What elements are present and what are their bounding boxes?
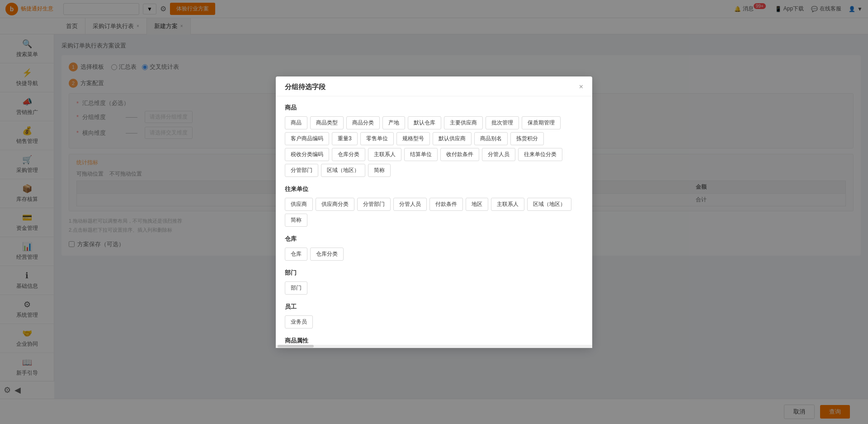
field-tag-主联系人[interactable]: 主联系人 — [368, 148, 401, 161]
field-tag-产地[interactable]: 产地 — [382, 116, 405, 129]
field-tag-主要供应商[interactable]: 主要供应商 — [444, 116, 483, 129]
field-tag-简称[interactable]: 简称 — [285, 214, 307, 227]
dialog-header: 分组待选字段 × — [276, 76, 592, 96]
dialog: 分组待选字段 × 商品商品商品类型商品分类产地默认仓库主要供应商批次管理保质期管… — [276, 76, 592, 348]
dialog-overlay: 分组待选字段 × 商品商品商品类型商品分类产地默认仓库主要供应商批次管理保质期管… — [0, 0, 868, 424]
field-tag-供应商分类[interactable]: 供应商分类 — [316, 198, 354, 211]
field-tag-商品[interactable]: 商品 — [285, 116, 307, 129]
field-section-employee: 员工业务员 — [285, 303, 583, 329]
field-tag-拣货积分[interactable]: 拣货积分 — [510, 132, 544, 145]
field-tag-区域（地区）[interactable]: 区域（地区） — [527, 198, 571, 211]
field-tag-主联系人[interactable]: 主联系人 — [491, 198, 524, 211]
dialog-close-button[interactable]: × — [579, 83, 583, 91]
field-tags-employee: 业务员 — [285, 315, 583, 329]
field-tag-批次管理[interactable]: 批次管理 — [486, 116, 519, 129]
dialog-horizontal-scrollbar[interactable] — [276, 345, 592, 348]
field-tag-分管人员[interactable]: 分管人员 — [393, 198, 427, 211]
field-tag-分管部门[interactable]: 分管部门 — [285, 164, 318, 177]
field-tags-department: 部门 — [285, 281, 583, 295]
field-tag-零售单位[interactable]: 零售单位 — [360, 132, 394, 145]
dialog-body[interactable]: 商品商品商品类型商品分类产地默认仓库主要供应商批次管理保质期管理客户商品编码重量… — [276, 96, 592, 345]
field-tags-warehouse: 仓库仓库分类 — [285, 248, 583, 261]
field-section-title-warehouse: 仓库 — [285, 235, 583, 243]
field-section-title-goods: 商品 — [285, 104, 583, 112]
field-tag-商品别名[interactable]: 商品别名 — [474, 132, 508, 145]
field-tag-分管部门[interactable]: 分管部门 — [357, 198, 391, 211]
field-tag-客户商品编码[interactable]: 客户商品编码 — [285, 132, 329, 145]
field-tag-规格型号[interactable]: 规格型号 — [396, 132, 430, 145]
field-tag-简称[interactable]: 简称 — [368, 164, 391, 177]
field-tag-仓库分类[interactable]: 仓库分类 — [310, 248, 344, 261]
field-tag-税收分类编码[interactable]: 税收分类编码 — [285, 148, 329, 161]
field-section-title-department: 部门 — [285, 269, 583, 277]
field-tag-供应商[interactable]: 供应商 — [285, 198, 313, 211]
field-tag-地区[interactable]: 地区 — [466, 198, 488, 211]
field-section-counterpart: 往来单位供应商供应商分类分管部门分管人员付款条件地区主联系人区域（地区）简称 — [285, 185, 583, 227]
field-tag-收付款条件[interactable]: 收付款条件 — [440, 148, 479, 161]
field-tags-goods: 商品商品类型商品分类产地默认仓库主要供应商批次管理保质期管理客户商品编码重量3零… — [285, 116, 583, 177]
dialog-title: 分组待选字段 — [285, 83, 326, 91]
field-section-title-product_attr: 商品属性 — [285, 337, 583, 345]
field-tag-部门[interactable]: 部门 — [285, 281, 307, 295]
field-section-product_attr: 商品属性属性颜色多规格尺码鞋码1 — [285, 337, 583, 345]
field-tag-业务员[interactable]: 业务员 — [285, 315, 313, 329]
field-tag-仓库分类[interactable]: 仓库分类 — [332, 148, 365, 161]
field-tag-分管人员[interactable]: 分管人员 — [482, 148, 515, 161]
field-section-title-employee: 员工 — [285, 303, 583, 311]
field-tag-默认供应商[interactable]: 默认供应商 — [433, 132, 472, 145]
field-tags-counterpart: 供应商供应商分类分管部门分管人员付款条件地区主联系人区域（地区）简称 — [285, 198, 583, 227]
field-section-goods: 商品商品商品类型商品分类产地默认仓库主要供应商批次管理保质期管理客户商品编码重量… — [285, 104, 583, 177]
field-section-title-counterpart: 往来单位 — [285, 185, 583, 193]
field-tag-重量3[interactable]: 重量3 — [332, 132, 358, 145]
field-tag-付款条件[interactable]: 付款条件 — [429, 198, 463, 211]
field-tag-保质期管理[interactable]: 保质期管理 — [522, 116, 561, 129]
field-tag-商品分类[interactable]: 商品分类 — [346, 116, 380, 129]
field-tag-结算单位[interactable]: 结算单位 — [404, 148, 438, 161]
field-section-department: 部门部门 — [285, 269, 583, 295]
field-tag-区域（地区）[interactable]: 区域（地区） — [321, 164, 365, 177]
field-tag-仓库[interactable]: 仓库 — [285, 248, 307, 261]
field-tag-默认仓库[interactable]: 默认仓库 — [408, 116, 441, 129]
field-tag-往来单位分类[interactable]: 往来单位分类 — [518, 148, 562, 161]
field-section-warehouse: 仓库仓库仓库分类 — [285, 235, 583, 261]
field-tag-商品类型[interactable]: 商品类型 — [310, 116, 344, 129]
